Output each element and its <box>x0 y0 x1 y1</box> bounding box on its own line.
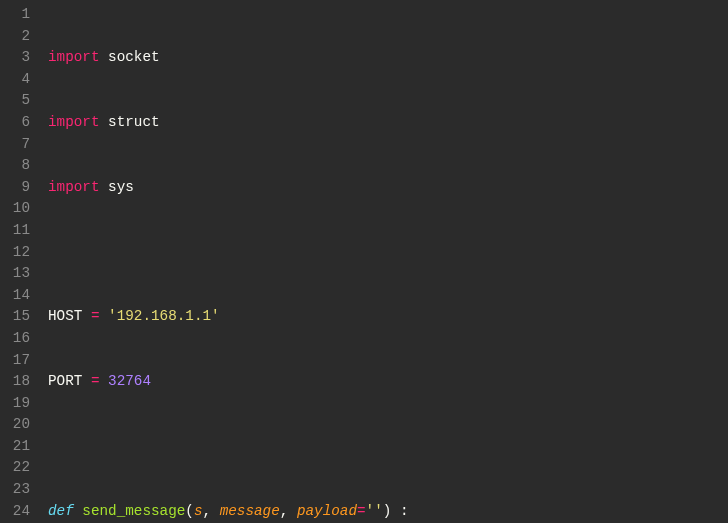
line-number: 12 <box>0 242 30 264</box>
line-number: 9 <box>0 177 30 199</box>
line-number: 21 <box>0 436 30 458</box>
code-area[interactable]: import socket import struct import sys H… <box>42 4 728 523</box>
line-number: 5 <box>0 90 30 112</box>
line-number: 24 <box>0 501 30 523</box>
code-line: import sys <box>48 177 728 199</box>
line-number: 10 <box>0 198 30 220</box>
code-line: HOST = '192.168.1.1' <box>48 306 728 328</box>
code-line: def send_message(s, message, payload='')… <box>48 501 728 523</box>
code-line: import socket <box>48 47 728 69</box>
line-number: 2 <box>0 26 30 48</box>
line-number: 23 <box>0 479 30 501</box>
line-number: 18 <box>0 371 30 393</box>
code-editor: 1 2 3 4 5 6 7 8 9 10 11 12 13 14 15 16 1… <box>0 0 728 523</box>
line-number: 14 <box>0 285 30 307</box>
line-number: 11 <box>0 220 30 242</box>
line-number: 1 <box>0 4 30 26</box>
line-number: 8 <box>0 155 30 177</box>
line-number: 4 <box>0 69 30 91</box>
line-number: 3 <box>0 47 30 69</box>
line-number: 7 <box>0 134 30 156</box>
line-gutter: 1 2 3 4 5 6 7 8 9 10 11 12 13 14 15 16 1… <box>0 4 42 523</box>
code-line <box>48 242 728 264</box>
line-number: 20 <box>0 414 30 436</box>
line-number: 15 <box>0 306 30 328</box>
line-number: 19 <box>0 393 30 415</box>
code-line: PORT = 32764 <box>48 371 728 393</box>
line-number: 17 <box>0 350 30 372</box>
line-number: 13 <box>0 263 30 285</box>
line-number: 22 <box>0 457 30 479</box>
line-number: 16 <box>0 328 30 350</box>
code-line <box>48 436 728 458</box>
code-line: import struct <box>48 112 728 134</box>
line-number: 6 <box>0 112 30 134</box>
